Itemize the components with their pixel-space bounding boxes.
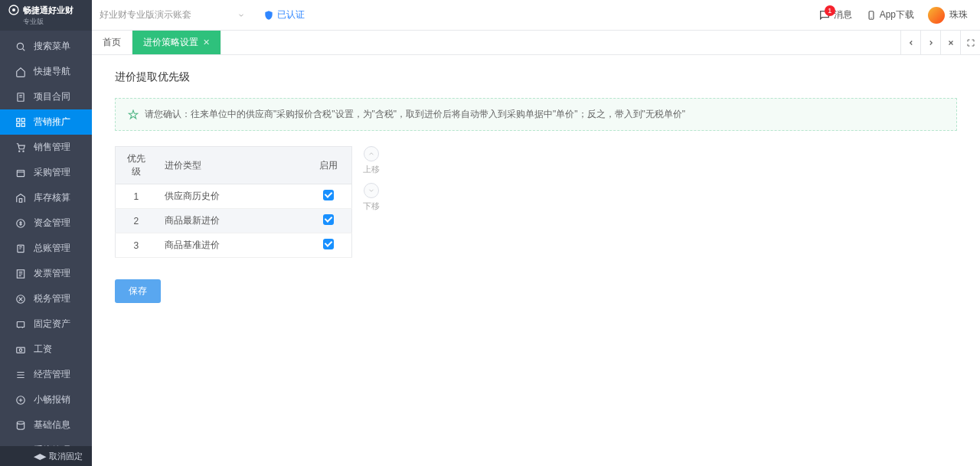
document-icon [15,92,26,103]
sidebar-item-purchase[interactable]: 采购管理 [0,160,92,185]
svg-rect-17 [17,347,25,353]
sidebar-item-tax[interactable]: 税务管理 [0,286,92,311]
avatar [928,7,945,24]
search-icon [15,41,26,52]
tabs-prev-button[interactable] [900,31,920,54]
cart-icon [15,142,26,153]
svg-point-20 [17,421,24,424]
shield-icon [263,10,274,21]
chevron-down-icon [237,11,245,19]
info-note: 请您确认：往来单位中的供应商"采购报价含税"设置，为"含税"，取到进价后将自动带… [115,98,957,131]
row-type: 商品最新进价 [157,209,306,233]
download-label: App下载 [880,8,914,21]
content: 进价提取优先级 请您确认：往来单位中的供应商"采购报价含税"设置，为"含税"，取… [92,55,980,466]
sidebar-item-search[interactable]: 搜索菜单 [0,34,92,59]
asset-icon [15,319,26,330]
enable-checkbox[interactable] [323,214,334,225]
book-icon [15,243,26,254]
sidebar-pin-label: 取消固定 [49,451,83,462]
sidebar-item-sales[interactable]: 销售管理 [0,135,92,160]
package-icon [15,168,26,178]
sidebar-item-label: 资金管理 [34,217,70,230]
table-row[interactable]: 2 商品最新进价 [116,209,352,233]
page-title: 进价提取优先级 [115,70,957,84]
info-icon [128,109,139,120]
tabs-next-button[interactable] [920,31,940,54]
sidebar-item-ledger[interactable]: 总账管理 [0,236,92,261]
org-selector[interactable]: 好业财专业版演示账套 [100,8,245,21]
sidebar-item-invoice[interactable]: 发票管理 [0,261,92,286]
sidebar-item-label: 快捷导航 [34,65,70,78]
svg-rect-6 [17,123,20,126]
brand-logo-icon [8,4,20,16]
move-up-label: 上移 [363,164,380,175]
receipt-icon [15,269,26,279]
sidebar-item-salary[interactable]: 工资 [0,337,92,362]
col-header-priority: 优先级 [116,147,157,184]
tab-price-strategy[interactable]: 进价策略设置 ✕ [132,31,221,54]
close-icon [947,39,955,47]
svg-point-9 [23,151,24,152]
row-type: 供应商历史价 [157,184,306,209]
grid-icon [15,117,26,128]
sidebar-item-label: 营销推广 [34,116,70,129]
svg-rect-11 [19,198,22,202]
sidebar-item-basic[interactable]: 基础信息 [0,412,92,438]
messages-label: 消息 [834,8,852,21]
sidebar-item-label: 小畅报销 [34,393,70,406]
reimburse-icon [15,395,26,406]
sidebar-item-finance[interactable]: 资金管理 [0,210,92,236]
sidebar: 畅捷通好业财 专业版 搜索菜单 快捷导航 项目合同 营销推广 [0,0,92,466]
money-icon [15,218,26,229]
sidebar-item-label: 总账管理 [34,242,70,255]
row-index: 2 [116,209,157,233]
pin-icon: ◀▶ [34,451,46,461]
enable-checkbox[interactable] [323,190,334,200]
svg-point-1 [12,8,15,11]
tab-label: 进价策略设置 [143,36,198,49]
row-type: 商品基准进价 [157,233,306,258]
move-up-button[interactable]: 上移 [363,146,380,175]
svg-point-18 [19,348,22,351]
table-row[interactable]: 1 供应商历史价 [116,184,352,209]
chevron-left-icon [907,39,915,47]
sidebar-item-quicknav[interactable]: 快捷导航 [0,59,92,84]
messages-count-badge: 1 [825,5,835,16]
svg-rect-16 [17,321,24,327]
brand-edition: 专业版 [23,17,92,27]
verified-label: 已认证 [277,8,305,21]
sidebar-item-inventory[interactable]: 库存核算 [0,185,92,210]
sidebar-item-xiaochang[interactable]: 小畅报销 [0,387,92,412]
sidebar-item-label: 固定资产 [34,318,70,331]
verified-badge[interactable]: 已认证 [263,8,305,21]
move-down-button[interactable]: 下移 [363,183,380,212]
tab-home[interactable]: 首页 [92,31,132,54]
svg-rect-10 [17,170,24,176]
sidebar-item-marketing[interactable]: 营销推广 [0,109,92,135]
user-menu[interactable]: 珠珠 [928,7,968,24]
tab-close-icon[interactable]: ✕ [203,37,210,47]
tab-label: 首页 [103,36,121,49]
sidebar-item-label: 基础信息 [34,419,70,432]
app-download-button[interactable]: App下载 [866,8,914,21]
sidebar-item-system[interactable]: 系统管理 [0,438,92,446]
row-index: 1 [116,184,157,209]
enable-checkbox[interactable] [323,239,334,249]
nav: 搜索菜单 快捷导航 项目合同 营销推广 销售管理 采购管理 [0,31,92,446]
row-index: 3 [116,233,157,258]
fullscreen-button[interactable] [960,31,980,54]
sidebar-item-contract[interactable]: 项目合同 [0,84,92,109]
sidebar-item-operation[interactable]: 经营管理 [0,362,92,387]
svg-rect-7 [21,123,24,126]
sidebar-pin-toggle[interactable]: ◀▶ 取消固定 [0,446,92,466]
svg-point-2 [17,43,23,49]
save-button[interactable]: 保存 [115,279,161,303]
note-text: 请您确认：往来单位中的供应商"采购报价含税"设置，为"含税"，取到进价后将自动带… [145,108,685,121]
col-header-enable: 启用 [306,147,352,184]
chevron-down-icon [368,187,375,194]
table-row[interactable]: 3 商品基准进价 [116,233,352,258]
sidebar-item-asset[interactable]: 固定资产 [0,311,92,337]
messages-button[interactable]: 消息 1 [818,8,852,21]
chevron-up-icon [368,150,375,158]
tabs-close-all-button[interactable] [940,31,960,54]
